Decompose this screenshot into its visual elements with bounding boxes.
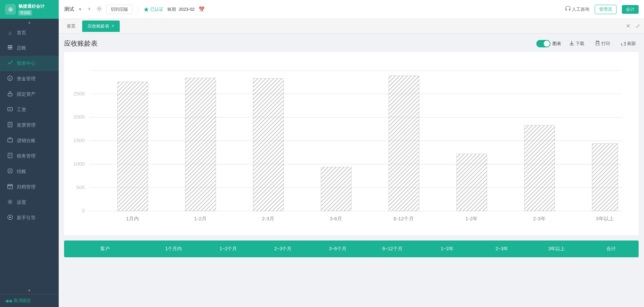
sidebar-item-archive[interactable]: 归档管理 [0, 179, 59, 195]
sidebar-item-close-accounts[interactable]: 结账 [0, 164, 59, 179]
calendar-icon[interactable]: 📅 [199, 6, 205, 12]
svg-text:3-6月: 3-6月 [330, 216, 342, 221]
add-project-button[interactable]: + [86, 6, 93, 13]
svg-text:2-3月: 2-3月 [262, 216, 274, 221]
bar-chart: 0 500 1000 1500 2000 2500 [71, 59, 632, 227]
svg-text:1-2月: 1-2月 [194, 216, 207, 221]
archive-icon [7, 184, 13, 190]
scroll-down-indicator[interactable]: ▼ [0, 287, 59, 294]
page-title: 应收账龄表 [64, 39, 98, 48]
svg-point-3 [12, 61, 13, 62]
page-actions: 图表 下载 打印 [536, 39, 639, 48]
refresh-button[interactable]: 刷新 [618, 39, 639, 48]
toggle-knob [544, 41, 550, 47]
svg-text:¥: ¥ [9, 77, 11, 80]
svg-rect-0 [8, 45, 12, 46]
svg-text:2-3年: 2-3年 [533, 216, 545, 221]
project-dropdown-icon[interactable]: ▼ [78, 7, 82, 12]
guide-icon [7, 215, 13, 221]
reports-icon [7, 60, 13, 67]
tab-aging[interactable]: 应收账龄表 ✕ [82, 20, 120, 32]
expand-button[interactable]: ⤢ [634, 21, 641, 31]
svg-text:1000: 1000 [73, 161, 85, 167]
svg-rect-17 [8, 184, 12, 186]
sidebar-item-reports[interactable]: 报表中心 [0, 56, 59, 71]
svg-rect-1 [8, 47, 12, 48]
settings-button[interactable] [96, 6, 102, 13]
svg-rect-25 [569, 9, 570, 10]
sidebar-item-settings[interactable]: 设置 [0, 195, 59, 210]
app-name: 畅捷通好会计 [18, 3, 45, 9]
sidebar-item-assets[interactable]: 固定资产 [0, 87, 59, 102]
svg-text:2500: 2500 [73, 91, 85, 96]
pin-icon: ◀◀ [5, 298, 12, 303]
svg-rect-46 [253, 79, 284, 211]
col-3-6month: 3~6个月 [310, 240, 365, 257]
chart-toggle[interactable] [536, 40, 550, 47]
topbar-divider [138, 6, 138, 13]
svg-point-19 [9, 201, 11, 203]
svg-text:6-12个月: 6-12个月 [393, 216, 414, 221]
assets-icon [7, 91, 13, 98]
svg-rect-48 [321, 167, 352, 211]
print-button[interactable]: 打印 [592, 39, 613, 48]
col-6-12month: 6~12个月 [365, 240, 420, 257]
svg-rect-2 [8, 49, 12, 49]
sidebar-item-wages[interactable]: 工资 [0, 102, 59, 118]
svg-rect-24 [566, 9, 567, 10]
col-1-2month: 1~2个月 [201, 240, 256, 257]
scroll-up-indicator[interactable]: ▲ [0, 19, 59, 26]
funds-icon: ¥ [7, 76, 13, 82]
col-total: 合计 [584, 240, 639, 257]
svg-rect-52 [457, 154, 487, 211]
sidebar-item-inventory[interactable]: 进销台账 [0, 133, 59, 148]
svg-point-22 [98, 8, 100, 10]
user-button[interactable]: 管理员 [595, 5, 616, 14]
service-button[interactable]: 人工咨询 [565, 6, 589, 12]
sidebar-item-home[interactable]: ⌂ 首页 [0, 26, 59, 40]
tabbar-actions: ✕ ⤢ [625, 21, 641, 31]
chart-toggle-label: 图表 [552, 41, 561, 47]
svg-text:2000: 2000 [73, 114, 85, 120]
headset-icon [565, 6, 571, 12]
tab-home[interactable]: 首页 [61, 20, 81, 32]
svg-text:3年以上: 3年以上 [596, 216, 614, 221]
certified-badge: 已认证 [144, 6, 163, 12]
logo-text-wrap: 畅捷通好会计 专业版 [18, 3, 45, 15]
col-2-3year: 2~3年 [475, 240, 529, 257]
close-panel-button[interactable]: ✕ [625, 21, 632, 31]
svg-rect-44 [185, 78, 216, 211]
app-edition: 专业版 [18, 10, 32, 15]
sidebar-item-invoice[interactable]: 发票管理 [0, 118, 59, 133]
project-title: 测试 [64, 6, 74, 12]
tab-close-icon[interactable]: ✕ [111, 24, 114, 28]
svg-rect-6 [8, 94, 12, 96]
invoice-icon [7, 122, 13, 129]
tax-icon [7, 153, 13, 160]
sidebar-item-funds[interactable]: ¥ 资金管理 [0, 71, 59, 87]
col-1month: 1个月内 [146, 240, 201, 257]
tabbar: 首页 应收账龄表 ✕ ✕ ⤢ [59, 19, 644, 34]
sidebar-nav: ⌂ 首页 总账 报表中心 ¥ 资金管理 [0, 26, 59, 287]
topbar: 测试 ▼ + 切到旧版 已认证 账期 2023-02 📅 [59, 0, 644, 19]
download-button[interactable]: 下载 [567, 39, 587, 48]
topbar-right: 人工咨询 管理员 会计 [565, 5, 639, 14]
role-button[interactable]: 会计 [622, 5, 639, 14]
sidebar-item-tax[interactable]: 税务管理 [0, 148, 59, 164]
svg-text:1月内: 1月内 [126, 216, 139, 221]
cancel-fixed-button[interactable]: ◀◀ 取消固定 [0, 294, 59, 307]
refresh-icon [621, 41, 626, 47]
col-1-2year: 1~2年 [420, 240, 474, 257]
logo-icon: ⊕ [5, 4, 16, 15]
svg-marker-21 [9, 216, 11, 218]
download-icon [569, 41, 574, 47]
table-container: 客户 1个月内 1~2个月 2~3个月 3~6个月 6~12个月 1~2年 2~… [64, 240, 639, 257]
svg-rect-14 [8, 153, 12, 158]
sidebar-item-guide[interactable]: 新手引导 [0, 210, 59, 226]
col-customer: 客户 [64, 240, 146, 257]
home-icon: ⌂ [7, 30, 13, 36]
sidebar-item-ledger[interactable]: 总账 [0, 40, 59, 56]
svg-rect-26 [596, 44, 599, 46]
main-area: 测试 ▼ + 切到旧版 已认证 账期 2023-02 📅 [59, 0, 644, 307]
switch-old-button[interactable]: 切到旧版 [106, 5, 132, 14]
